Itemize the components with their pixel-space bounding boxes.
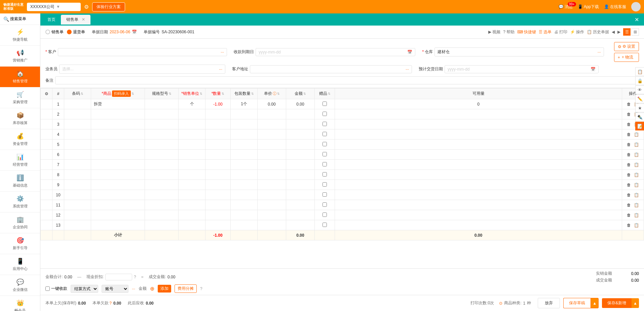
view-list-btn[interactable]: ☰ — [623, 28, 631, 36]
row-delete-5[interactable]: 🗑 — [627, 142, 631, 147]
radio-sales[interactable]: 销售单 — [45, 29, 64, 35]
logistics-button[interactable]: + + 物流 — [614, 53, 639, 62]
save-draft-arrow[interactable]: ▲ — [591, 298, 599, 308]
fee-btn[interactable]: 费用分摊 — [175, 284, 197, 293]
row-delete-6[interactable]: 🗑 — [627, 152, 631, 157]
gift-checkbox-2[interactable] — [323, 112, 327, 116]
action-shortcut[interactable]: ⌨ 快捷键 — [517, 29, 536, 35]
tab-bar-close-all[interactable]: ✕ — [631, 16, 642, 23]
right-sidebar-btn-4[interactable]: ✏️ — [635, 94, 644, 103]
right-sidebar-btn-2[interactable]: 🔒 — [635, 76, 644, 85]
row-delete-10[interactable]: 🗑 — [627, 193, 631, 197]
right-sidebar-btn-5[interactable]: ★ — [635, 104, 644, 112]
sidebar-item-basic[interactable]: ℹ️ 基础信息 — [0, 171, 40, 192]
sidebar-item-finance[interactable]: 💰 资金管理 — [0, 129, 40, 150]
action-select[interactable]: ☰ 选单 — [539, 29, 552, 35]
cash-discount-input[interactable] — [105, 274, 132, 280]
sidebar-item-guide[interactable]: 🎯 新手引导 — [0, 233, 40, 254]
row-copy-7[interactable]: 📋 — [634, 162, 639, 167]
right-sidebar-btn-1[interactable]: 📋 — [635, 67, 644, 76]
row-delete-2[interactable]: 🗑 — [627, 112, 631, 117]
row-copy-12[interactable]: 📋 — [634, 213, 639, 218]
customer-dots[interactable]: ··· — [221, 50, 224, 54]
settings-button[interactable]: ⚙ ⚙ 设置 — [614, 42, 639, 51]
view-grid-btn[interactable]: ⊞ — [632, 28, 639, 36]
sidebar-item-marketing[interactable]: 📢 营销推广 — [0, 46, 40, 67]
row-delete-1[interactable]: 🗑 — [627, 102, 631, 107]
due-date-input[interactable]: yyyy-mm-dd 📅 — [256, 48, 415, 56]
gift-checkbox-11[interactable] — [323, 202, 327, 207]
sidebar-item-operations[interactable]: 📊 经营管理 — [0, 150, 40, 171]
one-click-payment-checkbox[interactable]: 一键收款 — [45, 286, 67, 291]
sidebar-item-sales[interactable]: 🏠 销售管理 — [0, 67, 40, 87]
th-qty[interactable]: *数量⇅ — [205, 88, 231, 99]
sidebar-item-member[interactable]: 👑 畅会员 — [0, 296, 40, 311]
th-price[interactable]: 单价ⓘ⇅ — [258, 88, 286, 99]
sidebar-item-wechat[interactable]: 💬 企业微信 — [0, 275, 40, 296]
trial-button[interactable]: 体验行业方案 — [92, 2, 125, 11]
scan-barcode-button[interactable]: 扫码录入 — [112, 90, 131, 97]
row-delete-7[interactable]: 🗑 — [627, 162, 631, 167]
tab-sales-order[interactable]: 销售单 ✕ — [61, 15, 90, 25]
warehouse-input[interactable]: 建材仓 ··· — [434, 47, 604, 56]
row-delete-4[interactable]: 🗑 — [627, 132, 631, 137]
row-copy-5[interactable]: 📋 — [634, 142, 639, 147]
message-button[interactable]: 💬 消息 99+ — [559, 4, 573, 10]
warehouse-dots[interactable]: ··· — [598, 50, 601, 54]
th-pkg-qty[interactable]: 包装数量⇅ — [231, 88, 258, 99]
row-copy-6[interactable]: 📋 — [634, 152, 639, 157]
nav-next-icon[interactable]: ▶ — [617, 30, 620, 34]
sidebar-search[interactable]: 🔍 搜索菜单 — [0, 13, 40, 25]
company-selector[interactable]: XXXXXX公司 ▼ — [27, 3, 81, 11]
customer-address-input[interactable]: ··· — [250, 65, 412, 73]
th-gear[interactable]: ⚙ — [41, 88, 52, 99]
account-select[interactable]: 账号 — [102, 285, 128, 293]
discard-button[interactable]: 放弃 — [538, 298, 560, 308]
expected-delivery-input[interactable]: yyyy-mm-dd 📅 — [445, 65, 599, 73]
salesperson-input[interactable]: 选择... ··· — [59, 65, 225, 74]
settings-icon[interactable]: ⚙ — [84, 4, 89, 10]
th-gift[interactable]: 赠品⇅ — [315, 88, 335, 99]
sidebar-item-appstore[interactable]: 📱 应用中心 — [0, 254, 40, 275]
date-calendar-icon[interactable]: 📅 — [132, 30, 137, 34]
online-service-button[interactable]: 👤 在线客服 — [604, 4, 626, 10]
nav-prev-icon[interactable]: ◀ — [612, 30, 615, 34]
gift-checkbox-8[interactable] — [323, 172, 327, 177]
save-new-arrow[interactable]: ▲ — [632, 298, 639, 308]
gift-checkbox-10[interactable] — [323, 192, 327, 197]
customer-input[interactable]: ··· — [58, 48, 227, 56]
row-copy-9[interactable]: 📋 — [634, 183, 639, 187]
th-unit[interactable]: *销售单位⇅ — [179, 88, 205, 99]
gift-checkbox-6[interactable] — [323, 152, 327, 156]
tab-close-icon[interactable]: ✕ — [82, 17, 85, 22]
gift-checkbox-9[interactable] — [323, 182, 327, 187]
action-help[interactable]: ? 帮助 — [503, 29, 515, 35]
payment-method-select[interactable]: 结算方式 — [71, 285, 98, 293]
right-sidebar-btn-6[interactable]: ✒️ — [635, 113, 644, 121]
radio-return[interactable]: 退货单 — [67, 29, 85, 35]
action-video[interactable]: ▶ 视频 — [488, 29, 500, 35]
sidebar-item-enterprise[interactable]: 🏢 企业协同 — [0, 212, 40, 233]
gift-checkbox-12[interactable] — [323, 212, 327, 217]
save-draft-button[interactable]: 保存草稿 — [563, 298, 591, 308]
gift-checkbox-1[interactable] — [323, 102, 327, 106]
avatar[interactable] — [631, 2, 641, 11]
row-copy-4[interactable]: 📋 — [634, 132, 639, 137]
app-download-button[interactable]: 📱 App下载 — [578, 4, 599, 10]
one-click-payment-check[interactable] — [45, 286, 50, 291]
row-delete-11[interactable]: 🗑 — [627, 203, 631, 207]
sidebar-item-inventory[interactable]: 📦 库存核算 — [0, 108, 40, 129]
tab-home[interactable]: 首页 — [42, 15, 61, 25]
row-copy-13[interactable]: 📋 — [634, 223, 639, 228]
gift-checkbox-5[interactable] — [323, 142, 327, 146]
action-operate[interactable]: ⚡ 操作 — [570, 29, 584, 35]
right-sidebar-btn-3[interactable]: 👁 — [635, 85, 644, 94]
right-sidebar-btn-orange[interactable]: 📝 — [635, 122, 644, 130]
row-delete-9[interactable]: 🗑 — [627, 183, 631, 187]
row-copy-11[interactable]: 📋 — [634, 203, 639, 207]
sidebar-item-system[interactable]: ⚙️ 系统管理 — [0, 192, 40, 212]
row-delete-12[interactable]: 🗑 — [627, 213, 631, 218]
gift-checkbox-7[interactable] — [323, 162, 327, 166]
add-payment-icon[interactable]: ⊕ — [150, 285, 154, 292]
gift-checkbox-13[interactable] — [323, 223, 327, 227]
